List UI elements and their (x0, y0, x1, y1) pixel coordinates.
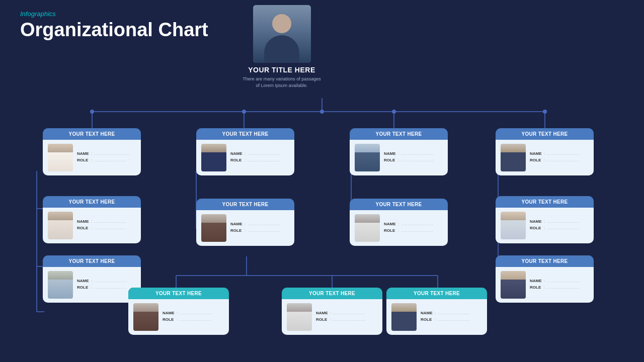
ceo-photo (253, 5, 311, 63)
card-9-info: NAME: .................... ROLE: .......… (77, 279, 136, 292)
card-2-info: NAME: .................... ROLE: .......… (230, 151, 289, 164)
card-4: YOUR TEXT HERE NAME: ...................… (496, 128, 594, 175)
card-5-info: NAME: .................... ROLE: .......… (77, 219, 136, 232)
teal-card-2-header: YOUR TEXT HERE (282, 288, 382, 299)
card-10-body: NAME: .................... ROLE: .......… (496, 267, 594, 303)
teal-card-1-photo (133, 303, 158, 331)
card-6: YOUR TEXT HERE NAME: ...................… (196, 199, 294, 246)
card-6-info: NAME: .................... ROLE: .......… (230, 222, 289, 235)
teal-card-2-body: NAME: .................... ROLE: .......… (282, 299, 382, 335)
card-8-photo (501, 212, 526, 239)
card-1-role-row: ROLE : .................... (77, 158, 136, 162)
card-6-body: NAME: .................... ROLE: .......… (196, 210, 294, 246)
card-6-photo (201, 214, 226, 242)
card-3: YOUR TEXT HERE NAME: ...................… (350, 128, 448, 175)
card-1-role-dots: : .................... (91, 158, 127, 162)
card-1-name-dots: : ...................... (91, 151, 130, 156)
card-8-header: YOUR TEXT HERE (496, 196, 594, 208)
ceo-title: YOUR TITLE HERE (248, 66, 315, 74)
card-7-header: YOUR TEXT HERE (350, 199, 448, 210)
card-4-header: YOUR TEXT HERE (496, 128, 594, 140)
teal-card-3: YOUR TEXT HERE NAME: ...................… (386, 288, 487, 335)
card-8-body: NAME: .................... ROLE: .......… (496, 208, 594, 243)
card-1-photo (48, 144, 73, 171)
card-7: YOUR TEXT HERE NAME: ...................… (350, 199, 448, 246)
card-2: YOUR TEXT HERE NAME: ...................… (196, 128, 294, 175)
card-7-info: NAME: .................... ROLE: .......… (384, 222, 443, 235)
card-10-photo (501, 271, 526, 299)
card-9-photo (48, 271, 73, 299)
card-10-header: YOUR TEXT HERE (496, 255, 594, 267)
card-4-info: NAME: .................... ROLE: .......… (530, 151, 589, 164)
card-1-info: NAME : ...................... ROLE : ...… (77, 151, 136, 164)
card-1-name-label: NAME (77, 151, 91, 156)
teal-card-1-info: NAME: .................... ROLE: .......… (163, 311, 224, 324)
card-5-header: YOUR TEXT HERE (43, 196, 141, 208)
card-5: YOUR TEXT HERE NAME: ...................… (43, 196, 141, 243)
card-8: YOUR TEXT HERE NAME: ...................… (496, 196, 594, 243)
card-7-body: NAME: .................... ROLE: .......… (350, 210, 448, 246)
teal-card-3-body: NAME: .................... ROLE: .......… (386, 299, 487, 335)
card-9: YOUR TEXT HERE NAME: ...................… (43, 255, 141, 303)
card-1-name-row: NAME : ...................... (77, 151, 136, 156)
card-5-photo (48, 212, 73, 239)
card-1-body: NAME : ...................... ROLE : ...… (43, 140, 141, 175)
card-7-photo (355, 214, 380, 242)
ceo-desc: There are many variations of passages of… (242, 76, 322, 88)
card-6-header: YOUR TEXT HERE (196, 199, 294, 210)
card-1-role-label: ROLE (77, 158, 91, 162)
ceo-section: YOUR TITLE HERE There are many variation… (242, 5, 322, 88)
card-2-photo (201, 144, 226, 171)
card-9-header: YOUR TEXT HERE (43, 255, 141, 267)
card-5-body: NAME: .................... ROLE: .......… (43, 208, 141, 243)
teal-card-1-body: NAME: .................... ROLE: .......… (128, 299, 229, 335)
card-3-header: YOUR TEXT HERE (350, 128, 448, 140)
teal-card-1: YOUR TEXT HERE NAME: ...................… (128, 288, 229, 335)
ceo-person-silhouette (253, 5, 311, 63)
card-3-info: NAME: .................... ROLE: .......… (384, 151, 443, 164)
card-2-header: YOUR TEXT HERE (196, 128, 294, 140)
card-3-photo (355, 144, 380, 171)
teal-card-3-info: NAME: .................... ROLE: .......… (421, 311, 482, 324)
infographics-label: Infographics (20, 10, 56, 18)
card-9-body: NAME: .................... ROLE: .......… (43, 267, 141, 303)
teal-card-2-photo (287, 303, 312, 331)
teal-card-2-info: NAME: .................... ROLE: .......… (316, 311, 377, 324)
teal-card-3-header: YOUR TEXT HERE (386, 288, 487, 299)
card-1: YOUR TEXT HERE NAME : ..................… (43, 128, 141, 175)
teal-card-1-header: YOUR TEXT HERE (128, 288, 229, 299)
card-2-body: NAME: .................... ROLE: .......… (196, 140, 294, 175)
card-4-body: NAME: .................... ROLE: .......… (496, 140, 594, 175)
card-10-info: NAME: .................... ROLE: .......… (530, 279, 589, 292)
teal-card-3-photo (391, 303, 417, 331)
card-1-header: YOUR TEXT HERE (43, 128, 141, 140)
main-title: Organizational Chart (20, 19, 208, 41)
card-3-body: NAME: .................... ROLE: .......… (350, 140, 448, 175)
card-8-info: NAME: .................... ROLE: .......… (530, 219, 589, 232)
card-4-photo (501, 144, 526, 171)
card-10: YOUR TEXT HERE NAME: ...................… (496, 255, 594, 303)
teal-card-2: YOUR TEXT HERE NAME: ...................… (282, 288, 382, 335)
